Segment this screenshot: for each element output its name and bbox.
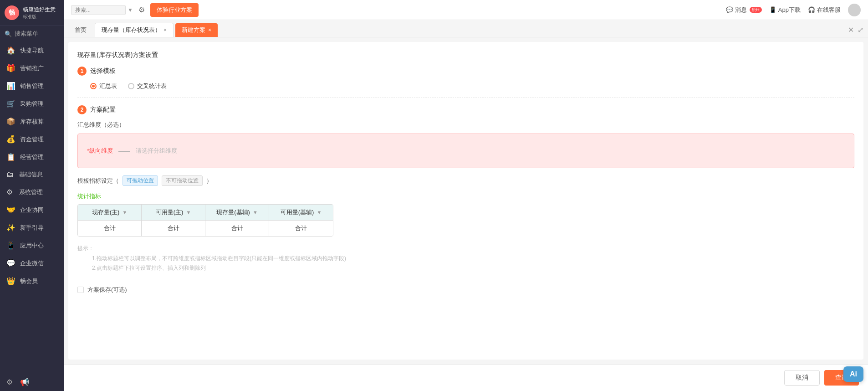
tip-1: 2.点击标题栏下拉可设置排序、插入列和删除列 (77, 263, 854, 273)
tab-home[interactable]: 首页 (68, 23, 93, 37)
non-draggable-badge: 不可拖动位置 (162, 175, 203, 186)
tab-controls: ✕ ⤢ (848, 26, 863, 34)
step1-header: 1 选择模板 (77, 67, 854, 76)
radio-summary-circle (90, 83, 97, 89)
dimension-placeholder[interactable]: 请选择分组维度 (136, 147, 177, 155)
sidebar-item-marketing[interactable]: 🎁 营销推广 (0, 59, 64, 77)
tab-inventory-close[interactable]: × (163, 27, 167, 33)
stats-cell-0: 合计 (78, 221, 142, 236)
step2-title: 方案配置 (90, 106, 116, 114)
ai-button[interactable]: Ai (843, 366, 863, 382)
message-icon: 💬 (726, 6, 733, 13)
save-checkbox[interactable] (77, 287, 84, 293)
stats-col-2[interactable]: 现存量(基辅) ▼ (205, 205, 269, 220)
sidebar: 畅 畅康通好生意 标准版 🔍 搜索菜单 🏠 快捷导航 🎁 营销推广 📊 销售管理… (0, 0, 64, 391)
col2-dropdown-icon[interactable]: ▼ (253, 210, 258, 215)
sidebar-nav: 🏠 快捷导航 🎁 营销推广 📊 销售管理 🛒 采购管理 📦 库存核算 💰 资金管… (0, 41, 64, 373)
tips-title: 提示： (77, 244, 854, 254)
app-download-btn[interactable]: 📱 App下载 (769, 6, 801, 14)
stats-cell-2: 合计 (205, 221, 269, 236)
phone-icon: 📱 (769, 6, 776, 13)
cancel-button[interactable]: 取消 (784, 370, 820, 386)
online-service-btn[interactable]: 🎧 在线客服 (808, 6, 841, 14)
stats-table: 现存量(主) ▼ 可用量(主) ▼ 现存量(基辅) ▼ 可用量(基辅) ▼ (77, 204, 333, 237)
col3-dropdown-icon[interactable]: ▼ (317, 210, 322, 215)
app-logo-icon: 畅 (5, 5, 19, 20)
trial-btn[interactable]: 体验行业方案 (150, 3, 199, 17)
col1-dropdown-icon[interactable]: ▼ (186, 210, 191, 215)
user-avatar[interactable] (848, 4, 861, 16)
stats-col-3[interactable]: 可用量(基辅) ▼ (269, 205, 333, 220)
chat-icon: 💬 (6, 259, 15, 268)
sidebar-item-enterprise[interactable]: 🤝 企业协同 (0, 201, 64, 219)
home-icon: 🏠 (6, 46, 15, 55)
indicator-settings: 模板指标设定（ 可拖动位置 不可拖动位置 ） (77, 175, 854, 186)
topbar-search-area: ▼ (71, 5, 133, 15)
mobile-icon: 📱 (6, 241, 15, 250)
dimension-arrow: —— (118, 148, 130, 154)
sidebar-item-wechat[interactable]: 💬 企业微信 (0, 254, 64, 272)
sidebar-item-guide[interactable]: ✨ 新手引导 (0, 219, 64, 237)
sidebar-item-finance[interactable]: 💰 资金管理 (0, 130, 64, 148)
sidebar-item-basic-info[interactable]: 🗂 基础信息 (0, 166, 64, 183)
topbar-search-input[interactable] (71, 5, 126, 15)
content-panel: 现存量(库存状况表)方案设置 1 选择模板 汇总表 交叉统计表 2 方案配置 (68, 42, 863, 360)
step2-num: 2 (77, 105, 87, 114)
sidebar-bottom: ⚙ 📢 (0, 373, 64, 391)
stats-table-row: 合计 合计 合计 合计 (78, 220, 333, 236)
tab-expand-btn[interactable]: ⤢ (858, 26, 863, 34)
sidebar-item-operations[interactable]: 📋 经营管理 (0, 148, 64, 166)
stats-label: 统计指标 (77, 192, 854, 201)
sidebar-logo-text: 畅康通好生意 标准版 (23, 6, 56, 20)
chart-icon: 📊 (6, 82, 15, 90)
page-body: 现存量(库存状况表)方案设置 1 选择模板 汇总表 交叉统计表 2 方案配置 (64, 37, 868, 364)
step1-title: 选择模板 (90, 67, 116, 75)
save-option: 方案保存(可选) (77, 281, 854, 298)
stats-col-0[interactable]: 现存量(主) ▼ (78, 205, 142, 220)
sidebar-logo: 畅 畅康通好生意 标准版 (0, 0, 64, 26)
sidebar-item-inventory[interactable]: 📦 库存核算 (0, 113, 64, 130)
sidebar-item-purchase[interactable]: 🛒 采购管理 (0, 95, 64, 113)
sparkle-icon: ✨ (6, 223, 15, 232)
handshake-icon: 🤝 (6, 206, 15, 214)
cart-icon: 🛒 (6, 99, 15, 108)
stats-cell-3: 合计 (269, 221, 333, 236)
sidebar-item-quick-nav[interactable]: 🏠 快捷导航 (0, 41, 64, 59)
tab-close-btn[interactable]: ✕ (848, 26, 854, 34)
sidebar-item-member[interactable]: 👑 畅会员 (0, 272, 64, 290)
template-select-area: 汇总表 交叉统计表 (77, 82, 854, 98)
sidebar-item-app-center[interactable]: 📱 应用中心 (0, 237, 64, 254)
topbar-gear-icon[interactable]: ⚙ (138, 5, 145, 14)
sidebar-item-sales[interactable]: 📊 销售管理 (0, 77, 64, 95)
dimension-required-text: *纵向维度 (87, 147, 113, 155)
step2-header: 2 方案配置 (77, 105, 854, 114)
radio-cross[interactable]: 交叉统计表 (128, 82, 167, 90)
gear-sidebar-icon: ⚙ (6, 188, 15, 196)
tab-new-scheme[interactable]: 新建方案 × (175, 23, 218, 37)
step1-num: 1 (77, 67, 87, 76)
sidebar-item-system[interactable]: ⚙ 系统管理 (0, 183, 64, 201)
box-icon: 📦 (6, 117, 15, 126)
stats-cell-1: 合计 (142, 221, 205, 236)
tips-section: 提示： 1.拖动标题栏可以调整布局，不可跨维度或指标区域拖动栏目字段(只能在同一… (77, 244, 854, 273)
tab-new-scheme-close[interactable]: × (208, 27, 211, 33)
radio-cross-circle (128, 83, 134, 89)
radio-summary[interactable]: 汇总表 (90, 82, 117, 90)
main-content: ▼ ⚙ 体验行业方案 💬 消息 99+ 📱 App下载 🎧 在线客服 首页 (64, 0, 868, 391)
gift-icon: 🎁 (6, 64, 15, 72)
dimension-box: *纵向维度 —— 请选择分组维度 (77, 134, 854, 168)
stats-table-header: 现存量(主) ▼ 可用量(主) ▼ 现存量(基辅) ▼ 可用量(基辅) ▼ (78, 205, 333, 220)
tab-inventory[interactable]: 现存量（库存状况表） × (95, 23, 174, 37)
col0-dropdown-icon[interactable]: ▼ (122, 210, 127, 215)
draggable-badge: 可拖动位置 (123, 175, 158, 186)
search-icon: 🔍 (5, 31, 12, 37)
speaker-icon[interactable]: 📢 (20, 378, 29, 386)
dimension-config-label: 汇总维度（必选） (77, 121, 854, 129)
messages-btn[interactable]: 💬 消息 99+ (726, 6, 762, 14)
topbar: ▼ ⚙ 体验行业方案 💬 消息 99+ 📱 App下载 🎧 在线客服 (64, 0, 868, 20)
settings-bottom-icon[interactable]: ⚙ (6, 378, 13, 386)
topbar-dropdown-icon[interactable]: ▼ (128, 7, 133, 13)
stats-col-1[interactable]: 可用量(主) ▼ (142, 205, 205, 220)
folder-icon: 🗂 (6, 170, 15, 179)
search-menu[interactable]: 🔍 搜索菜单 (0, 26, 64, 41)
